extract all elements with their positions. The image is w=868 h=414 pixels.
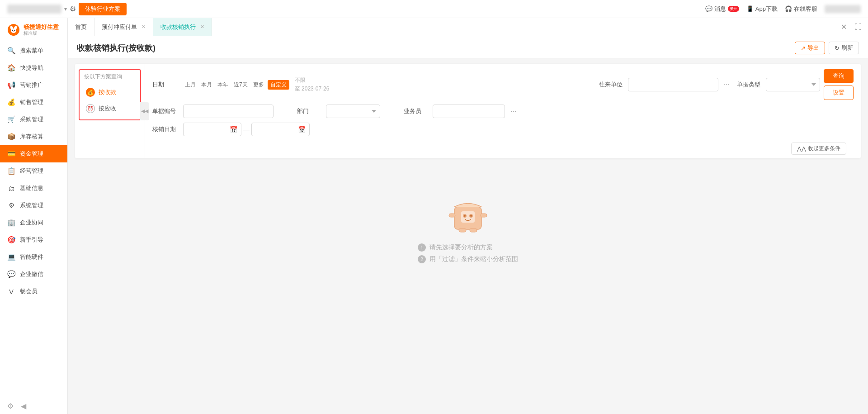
date-tab-custom[interactable]: 自定义 [268,80,289,90]
calendar-start-icon[interactable]: 📅 [230,126,237,133]
guide-icon: 🎯 [7,236,15,244]
side-buttons: 查询 设置 [824,69,854,100]
sidebar-item-enterprise[interactable]: 🏢 企业协同 [0,214,67,231]
filter-option-by-collection[interactable]: 💰 按收款 [81,84,138,100]
verify-date-label: 核销日期 [152,125,178,133]
sidebar-item-capital[interactable]: 💳 资金管理 [0,145,67,162]
export-icon: ↗ [801,45,806,52]
sidebar-item-marketing[interactable]: 📢 营销推广 [0,76,67,94]
empty-state-illustration [445,191,491,236]
online-service-btn[interactable]: 🎧 在线客服 [785,5,817,13]
inventory-icon: 📦 [7,133,15,141]
department-field: 部门 [297,105,380,118]
empty-state: 1 请先选择要分析的方案 2 用「过滤」条件来缩小分析范围 [68,164,868,281]
sidebar-item-search[interactable]: 🔍 搜索菜单 [0,42,67,59]
setting-btn[interactable]: 设置 [824,86,854,100]
gear-icon[interactable]: ⚙ [70,5,76,13]
tab-expand-icon[interactable]: ⛶ [852,21,864,33]
date-tab-this-year[interactable]: 本年 [216,80,230,90]
date-tabs: 上月 本月 本年 近7天 更多 自定义 [183,80,289,90]
sidebar-item-guide[interactable]: 🎯 新手引导 [0,231,67,248]
empty-tip-1: 1 请先选择要分析的方案 [418,243,518,252]
messages-btn[interactable]: 💬 消息 99+ [705,5,739,13]
date-range-separator: — [243,126,250,133]
salesperson-dots[interactable]: ··· [509,107,518,115]
top-bar-right: 💬 消息 99+ 📱 App下载 🎧 在线客服 [705,5,861,13]
refresh-btn[interactable]: ↻ 刷新 [829,42,859,54]
query-btn[interactable]: 查询 [824,69,854,83]
top-bar: ▾ ⚙ 休验行业方案 💬 消息 99+ 📱 App下载 🎧 在线客服 [0,0,868,18]
sidebar-item-hardware[interactable]: 💻 智能硬件 [0,248,67,266]
chevron-down-icon[interactable]: ▾ [64,6,67,12]
verify-date-end-field[interactable]: 2023-07-21 📅 [251,123,310,136]
svg-rect-15 [459,228,466,232]
svg-point-3 [11,29,16,33]
counterparty-field: 往来单位 ··· [599,78,731,91]
counterparty-dots[interactable]: ··· [722,81,731,89]
sidebar-item-purchase[interactable]: 🛒 采购管理 [0,111,67,128]
calendar-end-icon[interactable]: 📅 [298,126,306,133]
refresh-icon: ↻ [835,45,840,52]
date-tab-this-month[interactable]: 本月 [199,80,214,90]
message-icon: 💬 [705,5,712,12]
department-select[interactable] [326,105,380,118]
tip-num-2: 2 [418,255,426,263]
counterparty-input[interactable] [628,78,718,91]
tab-close-all-icon[interactable]: ✕ [837,21,850,33]
tab-close-collection[interactable]: ✕ [200,24,204,30]
sidebar-item-vip[interactable]: V 畅会员 [0,283,67,300]
export-btn[interactable]: ↗ 导出 [795,42,825,54]
svg-rect-13 [449,214,455,217]
filter-form: 日期 上月 本月 本年 近7天 更多 自定义 不限 至 2023-07-26 [145,64,861,158]
counterparty-label: 往来单位 [599,81,624,89]
sidebar-item-basic[interactable]: 🗂 基础信息 [0,180,67,197]
filter-left-panel: 按以下方案查询 💰 按收款 ⏰ 按应收 ◀◀ [75,64,145,158]
chevron-up-icon: ⋀⋀ [797,146,806,152]
date-tab-more[interactable]: 更多 [251,80,266,90]
sidebar-item-system[interactable]: ⚙ 系统管理 [0,197,67,214]
salesperson-field: 业务员 ··· [404,105,518,118]
salesperson-label: 业务员 [404,107,429,115]
page-content: 收款核销执行(按收款) ↗ 导出 ↻ 刷新 按以下方案 [68,36,868,414]
tab-bar: 首页 预付冲应付单 ✕ 收款核销执行 ✕ ✕ ⛶ [68,18,868,36]
headset-icon: 🎧 [785,5,792,12]
date-no-limit-area: 不限 至 2023-07-26 [295,76,330,93]
sidebar-item-operations[interactable]: 📋 经营管理 [0,162,67,180]
verify-date-start-input[interactable]: 2023-03-01 [187,126,228,133]
settings-icon[interactable]: ⚙ [7,402,14,410]
app-download-btn[interactable]: 📱 App下载 [746,5,778,13]
page-header-actions: ↗ 导出 ↻ 刷新 [795,42,859,54]
filter-row-3: 核销日期 2023-03-01 📅 — 2023-07-21 📅 [152,123,854,136]
doc-number-input[interactable] [183,105,274,118]
collapse-more-btn[interactable]: ⋀⋀ 收起更多条件 [791,143,846,155]
sidebar-item-quicknav[interactable]: 🏠 快捷导航 [0,59,67,76]
tab-close-prepay[interactable]: ✕ [142,24,146,30]
doc-type-select[interactable] [766,78,820,91]
verify-date-start-field[interactable]: 2023-03-01 📅 [183,123,241,136]
svg-rect-16 [470,228,477,232]
tab-home[interactable]: 首页 [68,18,94,36]
sidebar-item-inventory[interactable]: 📦 库存核算 [0,128,67,145]
industry-btn[interactable]: 休验行业方案 [79,3,127,15]
vip-icon: V [7,288,15,295]
filter-row-1: 日期 上月 本月 本年 近7天 更多 自定义 不限 至 2023-07-26 [152,69,854,100]
tip-num-1: 1 [418,243,426,252]
sidebar-item-sales[interactable]: 💰 销售管理 [0,94,67,111]
collapse-filter-left-btn[interactable]: ◀◀ [140,102,149,120]
collapse-sidebar-icon[interactable]: ◀ [21,402,26,410]
salesperson-input[interactable] [433,105,505,118]
sidebar-item-wecom[interactable]: 💬 企业微信 [0,266,67,283]
tab-prepay[interactable]: 预付冲应付单 ✕ [94,18,153,36]
date-tab-last-7days[interactable]: 近7天 [232,80,250,90]
brand-logo-icon [7,24,20,36]
svg-point-5 [14,30,15,31]
verify-date-end-input[interactable]: 2023-07-21 [255,126,296,133]
doc-type-label: 单据类型 [737,81,762,89]
message-badge: 99+ [728,6,739,12]
tab-collection[interactable]: 收款核销执行 ✕ [153,18,212,36]
home-icon: 🏠 [7,64,15,72]
enterprise-icon: 🏢 [7,219,15,227]
filter-option-by-receivable[interactable]: ⏰ 按应收 [81,100,138,117]
date-tab-last-month[interactable]: 上月 [183,80,198,90]
logo-area: ▾ ⚙ 休验行业方案 [7,3,702,15]
